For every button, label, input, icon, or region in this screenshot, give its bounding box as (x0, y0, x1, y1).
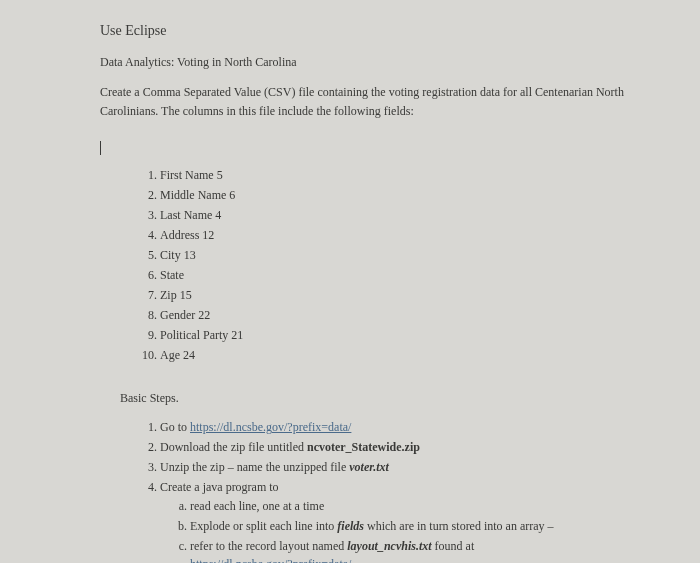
step-text: Go to (160, 420, 190, 434)
step-text: which are in turn stored into an array – (364, 519, 554, 533)
list-item: refer to the record layout named layout_… (190, 536, 650, 563)
list-item: Last Name 4 (160, 205, 650, 225)
list-item: Create a java program to read each line,… (160, 477, 650, 563)
sub-steps-list: read each line, one at a time Explode or… (190, 496, 650, 563)
filename-layout: layout_ncvhis.txt (347, 539, 431, 553)
list-item: City 13 (160, 245, 650, 265)
list-item: First Name 5 (160, 165, 650, 185)
page-title: Use Eclipse (100, 20, 650, 41)
list-item: State (160, 265, 650, 285)
step-text: Create a java program to (160, 480, 279, 494)
list-item: read each line, one at a time (190, 496, 650, 516)
term-fields: fields (337, 519, 364, 533)
intro-text: Create a Comma Separated Value (CSV) fil… (100, 83, 650, 121)
text-cursor (100, 141, 101, 155)
step-text: found at (432, 539, 475, 553)
list-item: Unzip the zip – name the unzipped file v… (160, 457, 650, 477)
list-item: Explode or split each line into fields w… (190, 516, 650, 536)
list-item: Download the zip file untitled ncvoter_S… (160, 437, 650, 457)
fields-list: First Name 5 Middle Name 6 Last Name 4 A… (160, 165, 650, 365)
list-item: Zip 15 (160, 285, 650, 305)
step-text: Download the zip file untitled (160, 440, 307, 454)
link-ncsbe[interactable]: https://dl.ncsbe.gov/?prefix=data/ (190, 420, 351, 434)
step-text: refer to the record layout named (190, 539, 347, 553)
list-item: Age 24 (160, 345, 650, 365)
list-item: Address 12 (160, 225, 650, 245)
page-subtitle: Data Analytics: Voting in North Carolina (100, 53, 650, 71)
list-item: Middle Name 6 (160, 185, 650, 205)
basic-steps-title: Basic Steps. (120, 389, 650, 407)
list-item: Gender 22 (160, 305, 650, 325)
link-ncsbe-2[interactable]: https://dl.ncsbe.gov/?prefix=data/ (190, 557, 351, 563)
filename-zip: ncvoter_Statewide.zip (307, 440, 420, 454)
steps-list: Go to https://dl.ncsbe.gov/?prefix=data/… (160, 417, 650, 563)
step-text: Unzip the zip – name the unzipped file (160, 460, 349, 474)
filename-voter: voter.txt (349, 460, 389, 474)
list-item: Go to https://dl.ncsbe.gov/?prefix=data/ (160, 417, 650, 437)
step-text: Explode or split each line into (190, 519, 337, 533)
list-item: Political Party 21 (160, 325, 650, 345)
